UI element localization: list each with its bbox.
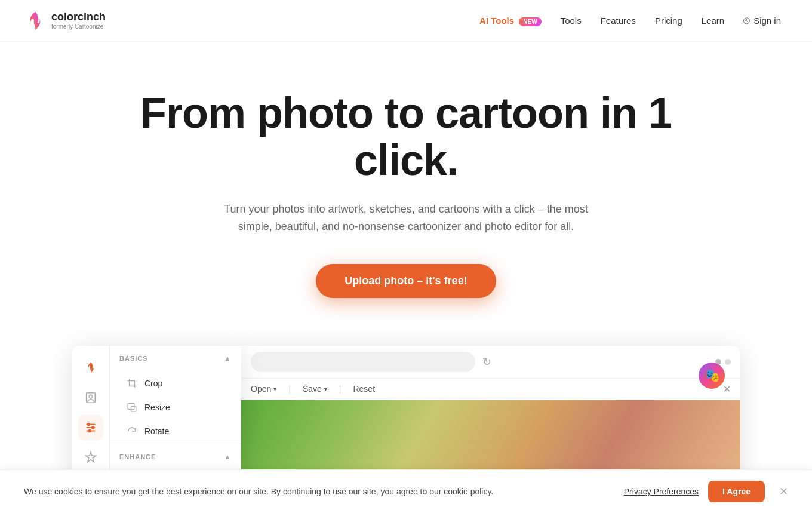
upload-button[interactable]: Upload photo – it's free! [316,264,496,298]
logo-icon [24,10,47,32]
open-chevron-icon: ▾ [273,386,276,392]
logo-sub: formerly Cartoonize [51,23,106,30]
panel-item-resize[interactable]: Resize [115,396,236,419]
signin-icon: ⎋ [743,14,750,27]
user-avatar[interactable]: 🎭 [699,363,725,389]
nav-learn[interactable]: Learn [694,12,731,29]
nav-features[interactable]: Features [593,12,643,29]
editor-search[interactable] [251,352,475,372]
ai-btn[interactable] [78,445,103,470]
sparkle-icon [84,451,97,464]
nav-links: AI Tools NEW Tools Features Pricing Lear… [472,11,788,30]
portrait-btn[interactable] [78,385,103,410]
svg-point-6 [91,426,94,429]
save-button[interactable]: Save ▾ [303,384,327,394]
logo[interactable]: colorcinch formerly Cartoonize [24,10,106,32]
hero-title: From photo to cartoon in 1 click. [137,90,675,184]
chevron-down-icon: ▲ [224,453,232,461]
hero-subtitle: Turn your photos into artwork, sketches,… [215,201,597,235]
new-badge: NEW [519,17,541,26]
cookie-close-icon[interactable]: ✕ [779,485,788,498]
nav-ai-tools[interactable]: AI Tools NEW [472,12,549,29]
signin-button[interactable]: ⎋ Sign in [736,11,788,30]
save-chevron-icon: ▾ [324,386,327,392]
hero-section: From photo to cartoon in 1 click. Turn y… [0,42,812,322]
cookie-banner: We use cookies to ensure you get the bes… [0,469,812,513]
panel-enhance-header[interactable]: ENHANCE ▲ [110,444,241,469]
editor-logo-icon [84,361,97,374]
open-button[interactable]: Open ▾ [251,384,276,394]
refresh-icon[interactable]: ↻ [482,355,491,368]
sliders-icon [84,421,97,434]
resize-icon [127,402,137,413]
panel-basics: BASICS ▲ Crop Resize [110,346,241,444]
svg-point-5 [87,423,90,426]
panel-item-rotate[interactable]: Rotate [115,420,236,443]
agree-button[interactable]: I Agree [708,481,765,502]
panel-item-crop[interactable]: Crop [115,372,236,395]
sliders-btn[interactable] [78,415,103,440]
logo-name: colorcinch [51,11,106,23]
panel-enhance: ENHANCE ▲ [110,444,241,470]
panel-basics-header[interactable]: BASICS ▲ [110,346,241,371]
cookie-actions: Privacy Preferences I Agree ✕ [624,481,788,502]
close-icon[interactable]: ✕ [723,383,731,395]
nav-pricing[interactable]: Pricing [648,12,690,29]
editor-topbar: ↻ [241,346,740,379]
portrait-icon [84,391,97,404]
svg-point-7 [88,430,91,432]
svg-rect-9 [131,406,136,411]
privacy-preferences-link[interactable]: Privacy Preferences [624,487,699,496]
cookie-text: We use cookies to ensure you get the bes… [24,487,606,496]
navbar: colorcinch formerly Cartoonize AI Tools … [0,0,812,42]
chevron-up-icon: ▲ [224,354,232,363]
rotate-icon [127,426,137,437]
crop-icon [127,378,137,389]
svg-point-1 [89,395,93,398]
editor-logo-btn[interactable] [78,355,103,380]
reset-button[interactable]: Reset [353,384,375,394]
editor-toolbar: Open ▾ | Save ▾ | Reset 🎭 ✕ [241,379,740,400]
dot-2 [725,359,731,365]
nav-tools[interactable]: Tools [553,12,589,29]
